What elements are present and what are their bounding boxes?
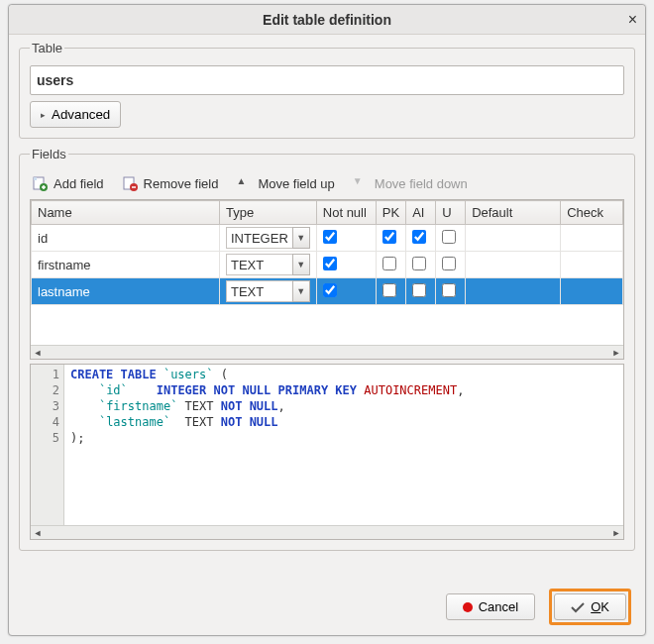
cancel-button[interactable]: Cancel [446,593,535,620]
fields-legend: Fields [30,147,68,161]
sql-code[interactable]: CREATE TABLE `users` ( `id` INTEGER NOT … [64,365,623,448]
move-up-button[interactable]: ▲ Move field up [236,175,334,191]
fields-fieldset: Fields Add field Remove field ▲ Move [19,147,635,551]
cell-type[interactable]: TEXT▼ [220,252,317,278]
cell-pk[interactable] [376,225,405,252]
col-check[interactable]: Check [561,201,623,225]
chevron-down-icon[interactable]: ▼ [292,227,310,249]
chevron-right-icon: ▸ [41,110,46,120]
table-fieldset: Table ▸ Advanced [19,41,635,139]
move-down-button: ▼ Move field down [353,175,468,191]
notnull-checkbox[interactable] [323,257,337,270]
cell-default[interactable] [466,278,561,305]
button-bar: Cancel OK [446,589,631,625]
cell-notnull[interactable] [316,225,376,252]
move-down-label: Move field down [375,176,468,191]
ai-checkbox[interactable] [412,283,426,297]
cell-ai[interactable] [406,252,436,278]
cell-pk[interactable] [376,278,405,305]
edit-table-dialog: Edit table definition × Table ▸ Advanced… [8,4,646,636]
cell-check[interactable] [561,225,623,252]
cell-notnull[interactable] [316,252,376,278]
col-u[interactable]: U [436,201,466,225]
pk-checkbox[interactable] [382,257,396,270]
col-ai[interactable]: AI [406,201,436,225]
table-legend: Table [30,41,64,55]
notnull-checkbox[interactable] [323,230,337,244]
sql-preview: 12345 CREATE TABLE `users` ( `id` INTEGE… [30,364,624,540]
dialog-title: Edit table definition [263,12,391,28]
table-row[interactable]: firstnameTEXT▼ [32,252,623,278]
ai-checkbox[interactable] [412,230,426,244]
add-field-button[interactable]: Add field [32,175,104,191]
add-icon [32,175,48,191]
arrow-down-icon: ▼ [353,175,369,191]
remove-field-button[interactable]: Remove field [122,175,219,191]
ai-checkbox[interactable] [412,257,426,270]
advanced-label: Advanced [52,107,110,122]
table-row[interactable]: idINTEGER▼ [32,225,623,252]
cell-u[interactable] [436,252,466,278]
cell-check[interactable] [561,278,623,305]
ok-label: OK [591,599,609,614]
cell-type[interactable]: TEXT▼ [220,278,317,305]
table-name-input[interactable] [30,65,624,95]
table-row[interactable]: lastnameTEXT▼ [32,278,623,305]
u-checkbox[interactable] [442,257,456,270]
cell-u[interactable] [436,278,466,305]
col-name[interactable]: Name [32,201,220,225]
chevron-down-icon[interactable]: ▼ [292,254,310,275]
pk-checkbox[interactable] [382,283,396,297]
ok-button[interactable]: OK [554,593,626,620]
fields-toolbar: Add field Remove field ▲ Move field up ▼… [30,171,624,199]
cell-name[interactable]: lastname [32,278,220,305]
remove-icon [122,175,138,191]
sql-hscroll[interactable]: ◄► [31,525,623,539]
ok-highlight: OK [549,589,631,625]
advanced-button[interactable]: ▸ Advanced [30,101,121,128]
cell-type[interactable]: INTEGER▼ [220,225,317,252]
cell-notnull[interactable] [316,278,376,305]
cell-name[interactable]: firstname [32,252,220,278]
pk-checkbox[interactable] [382,230,396,244]
cell-check[interactable] [561,252,623,278]
col-default[interactable]: Default [466,201,561,225]
ok-icon [571,601,585,613]
sql-gutter: 12345 [31,365,64,539]
cell-default[interactable] [466,252,561,278]
add-field-label: Add field [54,176,104,191]
col-notnull[interactable]: Not null [316,201,376,225]
chevron-down-icon[interactable]: ▼ [292,280,310,302]
move-up-label: Move field up [258,176,334,191]
cell-default[interactable] [466,225,561,252]
cell-ai[interactable] [406,225,436,252]
grid-hscroll[interactable]: ◄► [31,345,623,359]
cell-name[interactable]: id [32,225,220,252]
cancel-icon [463,602,473,612]
arrow-up-icon: ▲ [236,175,252,191]
cell-pk[interactable] [376,252,405,278]
notnull-checkbox[interactable] [323,283,337,297]
cancel-label: Cancel [479,599,518,614]
remove-field-label: Remove field [144,176,219,191]
fields-grid[interactable]: Name Type Not null PK AI U Default Check… [30,199,624,360]
cell-ai[interactable] [406,278,436,305]
u-checkbox[interactable] [442,283,456,297]
col-type[interactable]: Type [220,201,317,225]
col-pk[interactable]: PK [376,201,405,225]
titlebar: Edit table definition × [9,5,645,35]
close-icon[interactable]: × [628,5,637,35]
cell-u[interactable] [436,225,466,252]
u-checkbox[interactable] [442,230,456,244]
